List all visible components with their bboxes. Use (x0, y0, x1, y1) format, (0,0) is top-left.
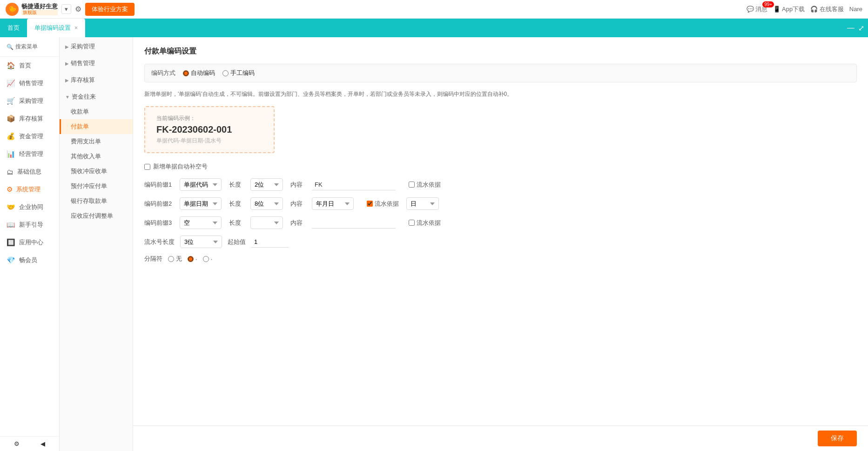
app-download-button[interactable]: 📱 App下载 (773, 5, 805, 13)
sidebar-bottom: ⚙ ◀ (0, 436, 59, 451)
sec-group-purchase-title[interactable]: ▶ 采购管理 (60, 39, 133, 54)
arrow-icon: ▶ (65, 78, 69, 83)
prefix2-date-unit-select[interactable]: 日 (406, 197, 439, 210)
serial-length-row: 流水号长度 3位 起始值 (144, 236, 857, 248)
prefix1-label: 编码前缀1 (144, 181, 172, 189)
sec-item-advance-offset[interactable]: 预付冲应付单 (60, 179, 133, 194)
prefix3-label: 编码前缀3 (144, 219, 172, 227)
sec-item-prepay-offset[interactable]: 预收冲应收单 (60, 164, 133, 179)
settings-button[interactable]: ⚙ (75, 5, 81, 13)
arrow-icon: ▶ (65, 61, 69, 66)
tab-expand-icon[interactable]: ⤢ (858, 24, 864, 33)
sidebar-item-system[interactable]: ⚙ 系统管理 (0, 181, 59, 198)
sep-dot-radio[interactable] (188, 256, 194, 262)
content-wrapper: 付款单编码设置 编码方式 自动编码 手工编码 新增单据时，'单据编码'自动生成，… (133, 37, 868, 451)
prefix3-content-label: 内容 (290, 219, 303, 227)
finance-icon: 💰 (7, 132, 15, 141)
sidebar-item-app[interactable]: 🔲 应用中心 (0, 234, 59, 251)
service-button[interactable]: 🎧 在线客服 (810, 5, 844, 13)
serial-length-select[interactable]: 3位 (180, 236, 222, 248)
sidebar-item-base[interactable]: 🗂 基础信息 (0, 163, 59, 181)
prefix1-serial-check-label[interactable]: 流水依据 (409, 181, 441, 189)
manual-encoding-radio[interactable] (222, 70, 229, 76)
prefix2-serial-checkbox[interactable] (367, 201, 373, 207)
sidebar-settings-icon[interactable]: ⚙ (14, 440, 20, 447)
logo-area: 🐤 畅捷通好生意 旗舰版 (6, 3, 58, 16)
message-button[interactable]: 💬 消息 99+ (747, 5, 767, 13)
prefix2-content-select[interactable]: 年月日 (312, 197, 354, 210)
prefix3-length-select[interactable] (250, 216, 283, 229)
chevron-button[interactable]: ▾ (61, 4, 71, 14)
prefix3-serial-checkbox[interactable] (409, 220, 415, 226)
tab-close-icon[interactable]: × (74, 25, 78, 31)
sidebar-item-inventory[interactable]: 📦 库存核算 (0, 110, 59, 128)
sec-item-bank[interactable]: 银行存取款单 (60, 194, 133, 209)
sep-none-radio[interactable] (168, 256, 174, 262)
sidebar-item-finance[interactable]: 💰 资金管理 (0, 128, 59, 145)
operation-icon: 📊 (7, 150, 15, 158)
logo-title: 畅捷通好生意 (21, 3, 58, 10)
prefix2-length-label: 长度 (229, 200, 241, 208)
footer-bar: 保存 (133, 425, 868, 451)
sec-item-payment[interactable]: 付款单 (60, 119, 133, 134)
sidebar-item-member[interactable]: 💎 畅会员 (0, 251, 59, 269)
separator-label: 分隔符 (144, 255, 162, 263)
prefix2-serial-check-label[interactable]: 流水依据 (367, 200, 399, 208)
manual-encoding-option[interactable]: 手工编码 (222, 69, 255, 77)
sidebar: 🔍 搜索菜单 🏠 首页 📈 销售管理 🛒 采购管理 📦 库存核算 💰 资金管理 … (0, 37, 60, 451)
guide-icon: 📖 (7, 221, 15, 229)
form-row-prefix3: 编码前缀3 空 长度 内容 流水依据 (144, 216, 857, 229)
logo-text: 畅捷通好生意 旗舰版 (21, 3, 58, 16)
serial-length-label: 流水号长度 (144, 238, 175, 246)
prefix1-select[interactable]: 单据代码 (180, 178, 222, 191)
sep-dot2-option[interactable]: · (203, 256, 213, 263)
sec-item-receipt[interactable]: 收款单 (60, 104, 133, 119)
start-value-input[interactable] (251, 236, 289, 248)
prefix3-length-label: 长度 (229, 219, 241, 227)
prefix2-length-select[interactable]: 8位 (250, 197, 283, 210)
tab-home[interactable]: 首页 (0, 19, 27, 37)
sidebar-item-guide[interactable]: 📖 新手引导 (0, 216, 59, 234)
info-text: 新增单据时，'单据编码'自动生成，不可编辑。前缀设置为部门、业务员等档案类，开单… (144, 90, 857, 99)
prefix1-serial-checkbox[interactable] (409, 182, 415, 188)
save-button[interactable]: 保存 (818, 431, 857, 446)
sec-item-other-income[interactable]: 其他收入单 (60, 149, 133, 164)
tab-bar: 首页 单据编码设置 × — ⤢ (0, 19, 868, 37)
sec-item-expense[interactable]: 费用支出单 (60, 134, 133, 149)
user-avatar[interactable]: Nare (849, 6, 862, 13)
sidebar-item-operation[interactable]: 📊 经营管理 (0, 145, 59, 163)
sidebar-item-enterprise[interactable]: 🤝 企业协同 (0, 198, 59, 216)
auto-fill-checkbox[interactable] (144, 164, 150, 170)
prefix3-serial-check-label[interactable]: 流水依据 (409, 219, 441, 227)
message-badge: 99+ (762, 1, 774, 7)
sec-group-inventory-title[interactable]: ▶ 库存核算 (60, 73, 133, 88)
form-row-prefix1: 编码前缀1 单据代码 长度 2位 内容 流水依据 (144, 178, 857, 191)
code-preview-box: 当前编码示例： FK-20230602-001 单据代码-单据日期-流水号 (144, 106, 275, 153)
sec-group-finance-flow: ▼ 资金往来 收款单 付款单 费用支出单 其他收入单 预收冲应收单 预付冲应付单… (60, 89, 133, 223)
sec-item-ar-ap-adjust[interactable]: 应收应付调整单 (60, 209, 133, 223)
prefix1-content-input[interactable] (312, 179, 396, 190)
prefix1-length-select[interactable]: 2位 (250, 178, 283, 191)
sidebar-item-sales[interactable]: 📈 销售管理 (0, 74, 59, 92)
logo-icon: 🐤 (6, 3, 19, 16)
prefix3-select[interactable]: 空 (180, 216, 222, 229)
sidebar-item-home[interactable]: 🏠 首页 (0, 57, 59, 74)
auto-fill-row: 新增单据自动补空号 (144, 162, 857, 171)
prefix3-content-input[interactable] (312, 217, 396, 229)
tab-minimize-icon[interactable]: — (847, 24, 855, 32)
home-icon: 🏠 (7, 61, 15, 70)
prefix2-select[interactable]: 单据日期 (180, 197, 222, 210)
trial-button[interactable]: 体验行业方案 (85, 3, 135, 16)
sidebar-search-button[interactable]: 🔍 搜索菜单 (4, 41, 55, 53)
sep-none-option[interactable]: 无 (168, 255, 182, 263)
sec-group-finance-flow-title[interactable]: ▼ 资金往来 (60, 89, 133, 104)
sidebar-collapse-icon[interactable]: ◀ (40, 440, 45, 447)
sep-dot-option[interactable]: · (188, 256, 197, 263)
sec-group-sales-title[interactable]: ▶ 销售管理 (60, 56, 133, 71)
sidebar-item-purchase[interactable]: 🛒 采购管理 (0, 92, 59, 110)
tab-encoding[interactable]: 单据编码设置 × (27, 19, 85, 37)
page-title: 付款单编码设置 (144, 47, 857, 56)
auto-encoding-radio[interactable] (183, 70, 189, 76)
auto-encoding-option[interactable]: 自动编码 (183, 69, 215, 77)
sep-dot2-radio[interactable] (203, 256, 209, 262)
